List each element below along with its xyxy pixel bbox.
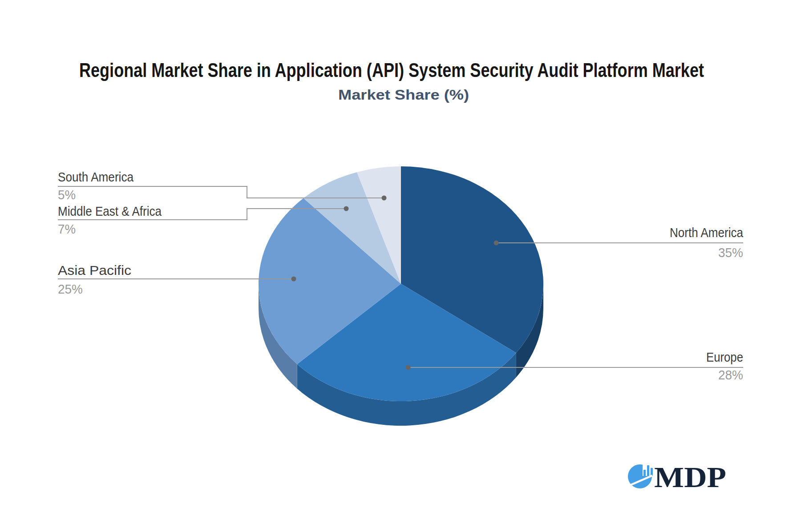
logo-bar-2 [647,465,649,476]
callout-dot-asia-pacific [291,277,296,282]
callout-dot-north-america [494,241,499,246]
label-north-america: North America [670,225,743,240]
logo-bar-1 [643,470,646,476]
value-middle-east-africa: 7% [58,222,76,236]
value-north-america: 35% [718,246,743,260]
logo-wordmark: MDP [654,461,726,493]
value-south-america: 5% [58,188,76,202]
pie-chart-page: Regional Market Share in Application (AP… [0,0,801,532]
chart-subtitle: Market Share (%) [338,87,469,103]
callout-dot-south-america [382,196,387,201]
pie-slices [259,166,543,401]
chart-title: Regional Market Share in Application (AP… [79,59,704,81]
label-europe: Europe [706,350,743,364]
label-south-america: South America [58,169,134,184]
label-asia-pacific: Asia Pacific [58,263,131,278]
callout-dot-middle-east-africa [344,206,349,211]
market-share-pie-chart: Regional Market Share in Application (AP… [0,0,801,532]
label-middle-east-africa: Middle East & Africa [58,204,162,218]
value-asia-pacific: 25% [58,282,83,296]
callout-dot-europe [406,365,411,370]
value-europe: 28% [718,368,743,382]
